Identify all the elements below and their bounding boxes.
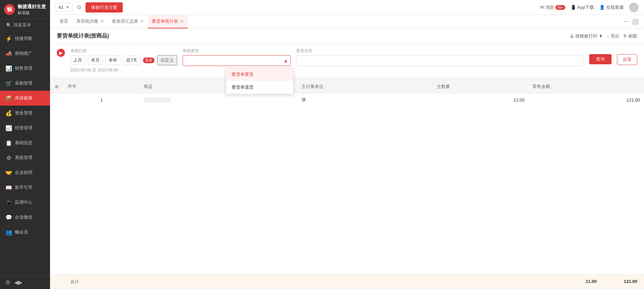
print-icon: 🖨 bbox=[570, 34, 574, 39]
close-icon[interactable]: ✕ bbox=[180, 19, 184, 24]
sidebar-item-member[interactable]: 👥 畅会员 bbox=[0, 225, 50, 240]
selector-value: 41 bbox=[58, 5, 63, 10]
filter-expand-button[interactable]: ▶ bbox=[57, 49, 65, 57]
refresh-icon: ↻ bbox=[623, 34, 627, 39]
col-header-unit: 主计量单位 bbox=[297, 80, 433, 93]
sidebar-item-label: 快捷导航 bbox=[15, 36, 32, 42]
warehouse-filter-group: 要货仓库 ··· bbox=[296, 48, 584, 66]
this-month-btn[interactable]: 本月 bbox=[88, 55, 103, 65]
collab-icon: 🤝 bbox=[5, 169, 12, 176]
sidebar: 畅 畅捷通好生意 标准版 🔍 搜索菜单 ⚡ 快捷导航 📣 营销推广 📊 销售管理… bbox=[0, 0, 50, 289]
sidebar-item-purchase[interactable]: 🛒 采购管理 bbox=[0, 76, 50, 91]
newguide-icon: 📖 bbox=[5, 184, 12, 191]
page-content: 要货单统计表(按商品) 🖨 按模板打印 ▼ ↓ 导出 ↻ 刷新 ▶ bbox=[50, 28, 644, 289]
trial-button[interactable]: 体验行业方案 bbox=[86, 2, 123, 13]
sidebar-item-basics[interactable]: 📋 基础信息 bbox=[0, 135, 50, 150]
sidebar-item-inventory[interactable]: 📦 库存核算 bbox=[0, 91, 50, 106]
page-actions: 🖨 按模板打印 ▼ ↓ 导出 ↻ 刷新 bbox=[570, 33, 637, 43]
tab-maximize-icon[interactable]: ⬜ bbox=[632, 18, 639, 25]
more-dates-badge[interactable]: 更多 bbox=[143, 58, 154, 63]
sidebar-item-quicknav[interactable]: ⚡ 快捷导航 bbox=[0, 31, 50, 46]
dropdown-item-order-return[interactable]: 要货单退货 bbox=[226, 81, 293, 94]
last-7days-btn[interactable]: 近7天 bbox=[123, 55, 140, 65]
date-range-text: 2023-05-06 至 2023-06-06 bbox=[70, 67, 177, 73]
tab-order-stats[interactable]: 要货单统计表 ✕ bbox=[148, 15, 188, 28]
footer-amount: 121.00 bbox=[610, 279, 637, 285]
page-header: 要货单统计表(按商品) 🖨 按模板打印 ▼ ↓ 导出 ↻ 刷新 bbox=[50, 28, 644, 44]
sidebar-item-collab[interactable]: 🤝 企业协同 bbox=[0, 165, 50, 180]
online-service-label: 在线客服 bbox=[606, 4, 624, 10]
online-service-button[interactable]: 👤 在线客服 bbox=[599, 4, 624, 10]
last-month-btn[interactable]: 上月 bbox=[70, 55, 85, 65]
settings-icon[interactable]: ⚙ bbox=[5, 279, 10, 286]
service-icon: 👤 bbox=[599, 5, 605, 10]
filter-settings-button[interactable]: 设置 bbox=[617, 54, 637, 65]
footer-values: 11.00 121.00 bbox=[570, 279, 637, 285]
inventory-icon: 📦 bbox=[5, 95, 12, 102]
sidebar-search[interactable]: 🔍 搜索菜单 bbox=[0, 19, 50, 31]
td-quantity: 11.00 bbox=[433, 93, 528, 107]
type-chevron-up-icon[interactable]: ▲ bbox=[283, 58, 288, 63]
app-download-button[interactable]: 📱 App下载 bbox=[571, 4, 594, 10]
custom-date-btn[interactable]: 自定义 bbox=[157, 55, 177, 65]
logo-main-text: 畅捷通好生意 bbox=[18, 3, 46, 10]
sidebar-item-label: 库存核算 bbox=[15, 95, 32, 101]
warehouse-more-icon[interactable]: ··· bbox=[577, 58, 581, 63]
export-icon: ↓ bbox=[607, 34, 610, 39]
dropdown-item-order-goods[interactable]: 要货单要货 bbox=[226, 68, 293, 81]
logo-icon: 畅 bbox=[4, 4, 15, 15]
refresh-button[interactable]: ↻ 刷新 bbox=[623, 33, 637, 39]
settings-column-header[interactable]: ⚙ bbox=[50, 80, 64, 93]
tab-label: 库存批次账 bbox=[76, 18, 98, 24]
sidebar-item-marketing[interactable]: 📣 营销推广 bbox=[0, 46, 50, 61]
company-selector[interactable]: 41 ▼ bbox=[55, 3, 73, 12]
export-button[interactable]: ↓ 导出 bbox=[607, 33, 620, 39]
basics-icon: 📋 bbox=[5, 139, 12, 146]
wechat-icon: 💬 bbox=[5, 214, 12, 221]
footer-label: 合计 bbox=[57, 279, 79, 285]
date-filter-label: 单据日期 bbox=[70, 48, 177, 54]
warehouse-filter-input[interactable] bbox=[296, 55, 584, 66]
message-icon: ✉ bbox=[540, 5, 544, 10]
sidebar-item-label: 系统管理 bbox=[15, 155, 32, 161]
messages-button[interactable]: ✉ 消息 99+ bbox=[540, 4, 565, 10]
quicknav-icon: ⚡ bbox=[5, 35, 12, 42]
refresh-label: 刷新 bbox=[628, 33, 637, 39]
tab-inventory-batch[interactable]: 库存批次账 ✕ bbox=[72, 15, 108, 28]
sidebar-item-system[interactable]: ⚙ 系统管理 bbox=[0, 150, 50, 165]
topbar-gear-icon[interactable]: ⚙ bbox=[77, 4, 81, 10]
sidebar-item-label: 应用中心 bbox=[15, 199, 32, 205]
collapse-icon[interactable]: ◀▶ bbox=[14, 279, 22, 286]
sidebar-item-label: 资金管理 bbox=[15, 110, 32, 116]
topbar: 41 ▼ ⚙ 体验行业方案 ✉ 消息 99+ 📱 App下载 👤 在线客服 bbox=[50, 0, 644, 15]
type-filter-group: 单据类型 ▲ bbox=[183, 48, 291, 66]
tab-minimize-icon[interactable]: — bbox=[624, 18, 629, 25]
sidebar-item-label: 经营管理 bbox=[15, 125, 32, 131]
table-row: 1 块 11.00 121.00 bbox=[50, 93, 644, 107]
sidebar-item-wechat[interactable]: 💬 企业微信 bbox=[0, 210, 50, 225]
type-filter-input[interactable] bbox=[183, 55, 291, 66]
purchase-icon: 🛒 bbox=[5, 80, 12, 87]
sidebar-item-label: 基础信息 bbox=[15, 140, 32, 146]
type-filter-input-wrap: ▲ bbox=[183, 55, 291, 66]
sidebar-item-finance[interactable]: 💰 资金管理 bbox=[0, 106, 50, 120]
table-area: ⚙ 序号 商品 主计量单位 主数量 零售金额 1 bbox=[50, 80, 644, 289]
type-filter-label: 单据类型 bbox=[183, 48, 291, 54]
close-icon[interactable]: ✕ bbox=[100, 19, 104, 24]
user-avatar[interactable] bbox=[629, 3, 639, 12]
sidebar-item-newguide[interactable]: 📖 新手引导 bbox=[0, 180, 50, 195]
sidebar-item-apps[interactable]: 📱 应用中心 bbox=[0, 195, 50, 210]
sidebar-item-sales[interactable]: 📊 销售管理 bbox=[0, 61, 50, 76]
sidebar-item-label: 采购管理 bbox=[15, 80, 32, 86]
tab-label: 收发存汇总表 bbox=[112, 18, 138, 24]
tab-receipt-summary[interactable]: 收发存汇总表 ✕ bbox=[108, 15, 148, 28]
tab-home[interactable]: 首页 bbox=[55, 15, 72, 28]
query-button[interactable]: 查询 bbox=[589, 54, 612, 64]
search-icon: 🔍 bbox=[6, 23, 11, 28]
data-table: ⚙ 序号 商品 主计量单位 主数量 零售金额 1 bbox=[50, 80, 644, 107]
sidebar-item-operations[interactable]: 📈 经营管理 bbox=[0, 120, 50, 135]
close-icon[interactable]: ✕ bbox=[140, 19, 144, 24]
print-button[interactable]: 🖨 按模板打印 ▼ bbox=[570, 33, 603, 39]
this-year-btn[interactable]: 本年 bbox=[105, 55, 120, 65]
member-icon: 👥 bbox=[5, 229, 12, 236]
